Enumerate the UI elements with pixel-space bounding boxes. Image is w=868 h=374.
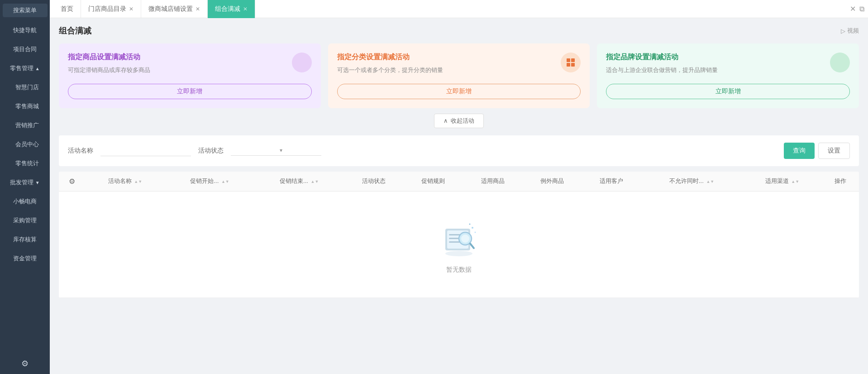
svg-point-2 <box>561 53 581 72</box>
svg-line-18 <box>470 244 474 248</box>
sidebar-item-retail-mall[interactable]: 零售商城 <box>0 97 50 116</box>
brand-card-icon: 🌿 <box>830 53 850 76</box>
sidebar-item-purchase-mgmt[interactable]: 采购管理 <box>0 211 50 230</box>
sidebar-item-retail-mgmt[interactable]: 零售管理 ▲ <box>0 59 50 78</box>
query-button[interactable]: 查询 <box>784 143 815 159</box>
col-promo-start: 促销开始... ▲▼ <box>165 172 255 192</box>
filter-bar: 活动名称 活动状态 ▾ 查询 设置 <box>59 135 859 166</box>
video-label: 视频 <box>847 27 859 35</box>
col-operation: 操作 <box>822 172 859 192</box>
product-card-title: 指定商品设置满减活动 <box>68 53 312 62</box>
sidebar-item-marketing[interactable]: 营销推广 <box>0 116 50 135</box>
gear-icon[interactable]: ⚙ <box>69 177 75 185</box>
main-area: 首页 门店商品目录 ✕ 微商城店铺设置 ✕ 组合满减 ✕ ✕ ⧉ 组合满减 ▷ … <box>50 0 868 374</box>
sidebar-item-smart-store[interactable]: 智慧门店 <box>0 78 50 97</box>
tab-combo-discount[interactable]: 组合满减 ✕ <box>208 0 255 18</box>
activity-name-label: 活动名称 <box>68 147 93 155</box>
category-card-title: 指定分类设置满减活动 <box>337 53 581 62</box>
sidebar-item-label: 营销推广 <box>15 121 39 129</box>
category-card-icon <box>561 53 581 76</box>
restore-window-icon[interactable]: ⧉ <box>859 5 864 13</box>
svg-rect-3 <box>567 58 570 62</box>
product-card-desc: 可指定滞销商品或库存较多商品 <box>68 66 312 75</box>
sidebar-item-xiaochang-ecom[interactable]: 小畅电商 <box>0 192 50 211</box>
sidebar-item-label: 快捷导航 <box>13 26 37 34</box>
sort-promo-start-icon[interactable]: ▲▼ <box>221 179 229 184</box>
table-body: 暂无数据 <box>59 191 859 297</box>
settings-icon: ⚙ <box>21 359 29 368</box>
activity-status-value <box>231 149 276 152</box>
tab-store-catalog-label: 门店商品目录 <box>88 5 126 13</box>
play-circle-icon: ▷ <box>841 28 845 34</box>
chevron-down-icon: ▾ <box>276 145 321 155</box>
empty-text: 暂无数据 <box>446 266 472 274</box>
product-activity-card: 指定商品设置满减活动 🛍 可指定滞销商品或库存较多商品 立即新增 <box>59 43 321 108</box>
table-wrapper: ⚙ 活动名称 ▲▼ 促销开始... ▲▼ 促销结束... ▲▼ <box>59 172 859 298</box>
setting-button[interactable]: 设置 <box>818 143 850 159</box>
empty-state-cell: 暂无数据 <box>59 191 859 297</box>
search-menu-button[interactable]: 搜索菜单 <box>3 4 48 17</box>
sort-activity-name-icon[interactable]: ▲▼ <box>134 179 142 184</box>
sidebar-item-label: 采购管理 <box>13 216 37 225</box>
sort-no-concurrent-icon[interactable]: ▲▼ <box>706 179 714 184</box>
page-title: 组合满减 <box>59 25 91 36</box>
sidebar-item-finance-mgmt[interactable]: 资金管理 <box>0 249 50 268</box>
close-window-icon[interactable]: ✕ <box>850 5 856 13</box>
product-card-add-button[interactable]: 立即新增 <box>68 84 312 99</box>
col-activity-status: 活动状态 <box>344 172 403 192</box>
sidebar-item-label: 批发管理 ▼ <box>10 178 40 187</box>
sidebar-item-quick-nav[interactable]: 快捷导航 <box>0 21 50 40</box>
sort-applicable-channel-icon[interactable]: ▲▼ <box>791 179 799 184</box>
collapse-label: 收起活动 <box>451 117 474 125</box>
svg-point-19 <box>472 227 473 229</box>
sidebar-item-project-contract[interactable]: 项目合同 <box>0 40 50 59</box>
col-promo-end: 促销结束... ▲▼ <box>254 172 344 192</box>
collapse-activity-button[interactable]: ∧ 收起活动 <box>434 114 484 128</box>
empty-state: 暂无数据 <box>62 197 855 292</box>
col-applicable-channel: 适用渠道 ▲▼ <box>742 172 822 192</box>
sidebar-item-member-center[interactable]: 会员中心 <box>0 135 50 154</box>
tabbar: 首页 门店商品目录 ✕ 微商城店铺设置 ✕ 组合满减 ✕ ✕ ⧉ <box>50 0 868 18</box>
sidebar-item-label: 小畅电商 <box>13 197 37 206</box>
svg-point-9 <box>445 251 472 256</box>
sidebar-item-label: 库存核算 <box>13 235 37 244</box>
svg-point-0 <box>292 53 312 72</box>
table-header-row: ⚙ 活动名称 ▲▼ 促销开始... ▲▼ 促销结束... ▲▼ <box>59 172 859 192</box>
category-card-add-button[interactable]: 立即新增 <box>337 84 581 99</box>
category-card-desc: 可选一个或者多个分类，提升分类的销量 <box>337 66 581 75</box>
video-link[interactable]: ▷ 视频 <box>841 27 859 35</box>
col-exception-goods: 例外商品 <box>522 172 582 192</box>
sidebar-item-label: 资金管理 <box>13 254 37 263</box>
col-applicable-customer: 适用客户 <box>582 172 641 192</box>
sidebar-settings-button[interactable]: ⚙ <box>0 353 50 374</box>
sidebar-item-label: 零售管理 ▲ <box>10 64 40 72</box>
content-area: 组合满减 ▷ 视频 指定商品设置满减活动 🛍 可指定滞销商品或库存较多商品 立即… <box>50 18 868 374</box>
svg-point-16 <box>461 235 469 243</box>
activity-table: ⚙ 活动名称 ▲▼ 促销开始... ▲▼ 促销结束... ▲▼ <box>59 172 859 298</box>
empty-state-row: 暂无数据 <box>59 191 859 297</box>
sidebar: 搜索菜单 快捷导航 项目合同 零售管理 ▲ 智慧门店 零售商城 营销推广 会员中… <box>0 0 50 374</box>
tab-store-catalog[interactable]: 门店商品目录 ✕ <box>81 0 141 18</box>
empty-illustration <box>436 215 482 260</box>
col-gear: ⚙ <box>59 172 85 192</box>
sidebar-item-wholesale-mgmt[interactable]: 批发管理 ▼ <box>0 173 50 192</box>
activity-status-select[interactable]: ▾ <box>231 145 321 156</box>
sidebar-item-label: 智慧门店 <box>15 83 39 91</box>
svg-point-20 <box>475 231 476 233</box>
category-activity-card: 指定分类设置满减活动 可选一个或者多个分类，提升分类的销量 立即新增 <box>328 43 590 108</box>
brand-card-add-button[interactable]: 立即新增 <box>606 84 850 99</box>
col-promo-rule: 促销规则 <box>404 172 463 192</box>
svg-rect-13 <box>449 238 460 239</box>
col-no-concurrent: 不允许同时... ▲▼ <box>641 172 742 192</box>
tab-home[interactable]: 首页 <box>53 0 81 18</box>
tab-combo-discount-close[interactable]: ✕ <box>243 6 248 12</box>
sort-promo-end-icon[interactable]: ▲▼ <box>311 179 319 184</box>
tab-wechat-store-close[interactable]: ✕ <box>196 6 200 12</box>
sidebar-item-inventory[interactable]: 库存核算 <box>0 230 50 249</box>
sidebar-item-retail-stats[interactable]: 零售统计 <box>0 154 50 173</box>
svg-rect-4 <box>571 58 575 62</box>
tab-store-catalog-close[interactable]: ✕ <box>129 6 134 12</box>
tab-wechat-store[interactable]: 微商城店铺设置 ✕ <box>141 0 208 18</box>
tab-home-label: 首页 <box>61 5 73 13</box>
activity-name-input[interactable] <box>100 145 191 156</box>
